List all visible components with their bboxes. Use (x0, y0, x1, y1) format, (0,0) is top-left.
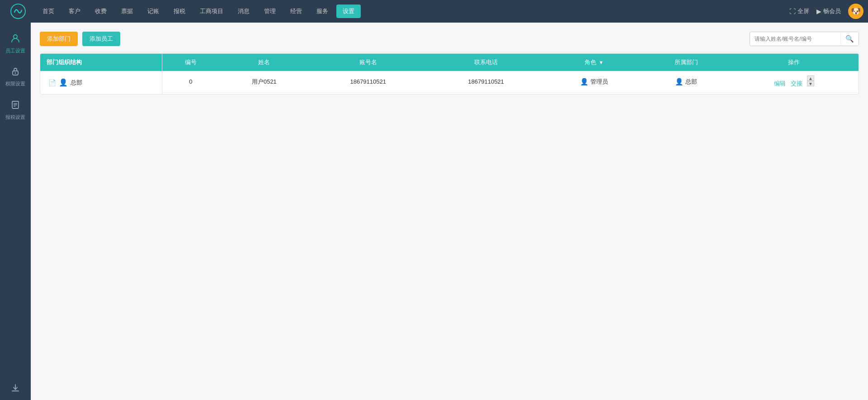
sidebar-permission-label: 权限设置 (5, 80, 25, 87)
vip-label: 畅会员 (823, 7, 841, 15)
tree-header: 部门组织结构 (40, 54, 162, 71)
nav-accounting[interactable]: 记账 (141, 5, 165, 18)
col-phone: 联系电话 (427, 54, 545, 71)
tree-panel: 部门组织结构 📄 👤 总部 (40, 54, 162, 94)
role-value: 管理员 (590, 78, 608, 86)
nav-manage[interactable]: 管理 (258, 5, 282, 18)
content-area: 添加部门 添加员工 🔍 部门组织结构 📄 👤 总部 (31, 23, 868, 400)
fullscreen-icon: ⛶ (789, 8, 796, 15)
toolbar: 添加部门 添加员工 🔍 (40, 32, 859, 46)
scroll-up-arrow[interactable]: ▲ (807, 75, 814, 81)
nav-message[interactable]: 消息 (231, 5, 256, 18)
tree-person-icon: 👤 (59, 78, 68, 87)
col-id: 编号 (162, 54, 219, 71)
panel-layout: 部门组织结构 📄 👤 总部 编号 姓名 账号名 (40, 53, 859, 94)
role-person-icon: 👤 (580, 78, 589, 86)
svg-point-3 (15, 72, 16, 74)
cell-role: 👤 管理员 (545, 71, 643, 93)
dept-value: 总部 (685, 78, 697, 86)
search-wrapper: 🔍 (750, 32, 859, 46)
fullscreen-button[interactable]: ⛶ 全屏 (789, 7, 809, 15)
tree-content: 📄 👤 总部 (40, 71, 162, 94)
tax-icon (10, 100, 20, 112)
search-input[interactable] (750, 33, 840, 45)
tree-item-label: 总部 (71, 79, 82, 87)
cell-name: 用户0521 (219, 71, 309, 93)
dept-person-icon: 👤 (675, 78, 684, 86)
nav-invoice[interactable]: 票据 (115, 5, 139, 18)
col-role[interactable]: 角色 ▼ (545, 54, 643, 71)
nav-tax[interactable]: 报税 (167, 5, 192, 18)
svg-point-1 (14, 35, 17, 38)
search-icon: 🔍 (845, 35, 854, 42)
nav-business[interactable]: 工商项目 (193, 5, 230, 18)
nav-settings[interactable]: 设置 (336, 5, 361, 18)
nav-operation[interactable]: 经营 (284, 5, 308, 18)
sidebar-item-permission[interactable]: 权限设置 (0, 60, 31, 93)
sidebar-item-employee[interactable]: 员工设置 (0, 27, 31, 60)
tree-item-root[interactable]: 📄 👤 总部 (45, 75, 157, 89)
nav-fee[interactable]: 收费 (89, 5, 113, 18)
transfer-action[interactable]: 交接 (791, 80, 802, 87)
logo (5, 3, 32, 19)
cell-id: 0 (162, 71, 219, 93)
vip-button[interactable]: ▶ 畅会员 (816, 7, 841, 15)
filter-icon: ▼ (599, 60, 604, 65)
nav-right: ⛶ 全屏 ▶ 畅会员 🐶 (789, 4, 863, 19)
sidebar-download[interactable] (0, 376, 31, 400)
cell-account: 18679110521 (309, 71, 427, 93)
permission-icon (10, 66, 20, 79)
scroll-down-arrow[interactable]: ▼ (807, 81, 814, 86)
col-account: 账号名 (309, 54, 427, 71)
main-layout: 员工设置 权限设置 报税设置 (0, 23, 868, 400)
edit-action[interactable]: 编辑 (774, 80, 786, 87)
cell-actions: 编辑 交接 ▲ ▼ (730, 71, 859, 93)
col-action: 操作 (730, 54, 859, 71)
download-icon (10, 383, 20, 394)
vip-icon: ▶ (816, 8, 821, 15)
col-dept: 所属部门 (643, 54, 729, 71)
table-header-row: 编号 姓名 账号名 联系电话 角色 ▼ 所属部门 操作 (162, 54, 859, 71)
nav-customer[interactable]: 客户 (62, 5, 87, 18)
add-employee-button[interactable]: 添加员工 (82, 32, 120, 46)
sidebar-tax-label: 报税设置 (5, 114, 25, 120)
nav-service[interactable]: 服务 (310, 5, 335, 18)
search-button[interactable]: 🔍 (840, 32, 859, 46)
avatar[interactable]: 🐶 (848, 4, 863, 19)
employee-table: 编号 姓名 账号名 联系电话 角色 ▼ 所属部门 操作 (162, 54, 859, 93)
sidebar-item-tax[interactable]: 报税设置 (0, 94, 31, 127)
sidebar-employee-label: 员工设置 (5, 47, 25, 54)
nav-home[interactable]: 首页 (36, 5, 61, 18)
add-dept-button[interactable]: 添加部门 (40, 32, 78, 46)
table-row: 0 用户0521 18679110521 18679110521 👤 管理员 (162, 71, 859, 93)
top-nav: 首页 客户 收费 票据 记账 报税 工商项目 消息 管理 经营 服务 设置 ⛶ … (0, 0, 868, 23)
col-name: 姓名 (219, 54, 309, 71)
table-panel: 编号 姓名 账号名 联系电话 角色 ▼ 所属部门 操作 (162, 54, 859, 94)
fullscreen-label: 全屏 (797, 7, 809, 15)
tree-file-icon: 📄 (48, 79, 56, 86)
cell-dept: 👤 总部 (643, 71, 729, 93)
role-label: 角色 (585, 59, 596, 66)
sidebar: 员工设置 权限设置 报税设置 (0, 23, 31, 400)
cell-phone: 18679110521 (427, 71, 545, 93)
employee-icon (10, 33, 20, 46)
nav-items: 首页 客户 收费 票据 记账 报税 工商项目 消息 管理 经营 服务 设置 (36, 5, 789, 18)
